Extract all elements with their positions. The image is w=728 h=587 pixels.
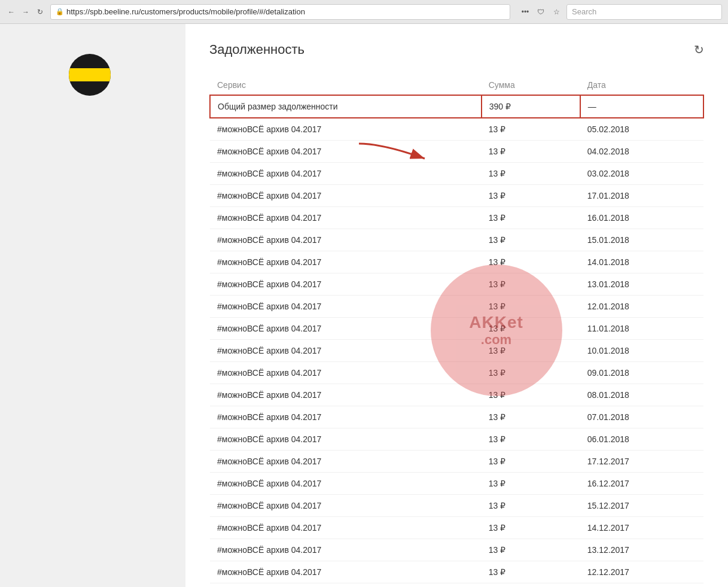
total-service: Общий размер задолженности <box>210 95 482 118</box>
cell-date: 16.12.2017 <box>580 473 703 495</box>
lock-icon: 🔒 <box>56 8 64 16</box>
cell-date: 10.01.2018 <box>580 340 703 362</box>
menu-dots-icon[interactable]: ••• <box>520 7 531 17</box>
cell-service: #можноВСЁ архив 04.2017 <box>210 296 482 318</box>
main-content: Задолженность ↻ AKKet .com Сервис <box>185 24 728 587</box>
table-row: #можноВСЁ архив 04.201713 ₽14.01.2018 <box>210 251 703 273</box>
table-row: #можноВСЁ архив 04.201713 ₽11.12.2017 <box>210 583 703 588</box>
table-row: #можноВСЁ архив 04.201713 ₽15.01.2018 <box>210 229 703 251</box>
cell-amount: 13 ₽ <box>482 583 580 588</box>
cell-amount: 13 ₽ <box>482 118 580 141</box>
cell-amount: 13 ₽ <box>482 318 580 340</box>
cell-date: 04.02.2018 <box>580 141 703 163</box>
cell-service: #можноВСЁ архив 04.2017 <box>210 340 482 362</box>
cell-amount: 13 ₽ <box>482 473 580 495</box>
cell-date: 11.01.2018 <box>580 318 703 340</box>
table-row: #можноВСЁ архив 04.201713 ₽07.01.2018 <box>210 406 703 428</box>
cell-date: 14.01.2018 <box>580 251 703 273</box>
cell-amount: 13 ₽ <box>482 539 580 561</box>
cell-service: #можноВСЁ архив 04.2017 <box>210 185 482 207</box>
cell-date: 12.12.2017 <box>580 561 703 583</box>
search-bar[interactable]: Search <box>566 4 722 20</box>
cell-amount: 13 ₽ <box>482 141 580 163</box>
browser-menu: ••• 🛡 ☆ <box>520 7 562 17</box>
table-row: #можноВСЁ архив 04.201713 ₽17.01.2018 <box>210 185 703 207</box>
cell-service: #можноВСЁ архив 04.2017 <box>210 517 482 539</box>
cell-date: 11.12.2017 <box>580 583 703 588</box>
cell-service: #можноВСЁ архив 04.2017 <box>210 163 482 185</box>
cell-service: #можноВСЁ архив 04.2017 <box>210 473 482 495</box>
cell-amount: 13 ₽ <box>482 185 580 207</box>
address-bar[interactable]: 🔒 https://spb.beeline.ru/customers/produ… <box>50 4 510 20</box>
cell-service: #можноВСЁ архив 04.2017 <box>210 207 482 229</box>
reload-icon[interactable]: ↻ <box>35 7 45 17</box>
page-header: Задолженность ↻ <box>209 42 704 57</box>
sidebar <box>0 24 185 587</box>
table-row: #можноВСЁ архив 04.201713 ₽16.01.2018 <box>210 207 703 229</box>
table-row: #можноВСЁ архив 04.201713 ₽04.02.2018 <box>210 141 703 163</box>
table-row: #можноВСЁ архив 04.201713 ₽15.12.2017 <box>210 495 703 517</box>
cell-date: 12.01.2018 <box>580 296 703 318</box>
cell-date: 08.01.2018 <box>580 384 703 406</box>
forward-icon[interactable]: → <box>20 7 31 17</box>
cell-amount: 13 ₽ <box>482 428 580 451</box>
cell-service: #можноВСЁ архив 04.2017 <box>210 318 482 340</box>
page-layout: Задолженность ↻ AKKet .com Сервис <box>0 24 728 587</box>
cell-date: 14.12.2017 <box>580 517 703 539</box>
table-row: #можноВСЁ архив 04.201713 ₽12.12.2017 <box>210 561 703 583</box>
cell-date: 07.01.2018 <box>580 406 703 428</box>
table-head: Сервис Сумма Дата <box>210 75 703 95</box>
cell-date: 06.01.2018 <box>580 428 703 451</box>
table-body: Общий размер задолженности 390 ₽ — #можн… <box>210 95 703 587</box>
beeline-logo <box>69 54 111 96</box>
cell-service: #можноВСЁ архив 04.2017 <box>210 229 482 251</box>
total-date: — <box>580 95 703 118</box>
col-header-service: Сервис <box>210 75 482 95</box>
browser-chrome: ← → ↻ 🔒 https://spb.beeline.ru/customers… <box>0 0 728 24</box>
table-row: #можноВСЁ архив 04.201713 ₽12.01.2018 <box>210 296 703 318</box>
back-icon[interactable]: ← <box>6 7 17 17</box>
cell-date: 15.12.2017 <box>580 495 703 517</box>
table-row: #можноВСЁ архив 04.201713 ₽16.12.2017 <box>210 473 703 495</box>
cell-amount: 13 ₽ <box>482 451 580 473</box>
cell-date: 15.01.2018 <box>580 229 703 251</box>
url-text: https://spb.beeline.ru/customers/product… <box>66 7 305 16</box>
table-row: #можноВСЁ архив 04.201713 ₽11.01.2018 <box>210 318 703 340</box>
search-placeholder: Search <box>572 7 596 16</box>
beeline-stripe <box>69 68 111 81</box>
cell-amount: 13 ₽ <box>482 561 580 583</box>
table-row: #можноВСЁ архив 04.201713 ₽13.01.2018 <box>210 273 703 296</box>
star-icon[interactable]: ☆ <box>551 7 562 17</box>
cell-amount: 13 ₽ <box>482 362 580 384</box>
cell-date: 05.02.2018 <box>580 118 703 141</box>
cell-service: #можноВСЁ архив 04.2017 <box>210 406 482 428</box>
cell-date: 13.12.2017 <box>580 539 703 561</box>
total-row: Общий размер задолженности 390 ₽ — <box>210 95 703 118</box>
cell-amount: 13 ₽ <box>482 406 580 428</box>
cell-date: 13.01.2018 <box>580 273 703 296</box>
browser-nav-controls: ← → ↻ <box>6 7 45 17</box>
col-header-amount: Сумма <box>482 75 580 95</box>
table-row: #можноВСЁ архив 04.201713 ₽06.01.2018 <box>210 428 703 451</box>
cell-amount: 13 ₽ <box>482 340 580 362</box>
cell-date: 17.12.2017 <box>580 451 703 473</box>
cell-amount: 13 ₽ <box>482 495 580 517</box>
table-row: #можноВСЁ архив 04.201713 ₽08.01.2018 <box>210 384 703 406</box>
cell-service: #можноВСЁ архив 04.2017 <box>210 451 482 473</box>
cell-amount: 13 ₽ <box>482 229 580 251</box>
cell-date: 03.02.2018 <box>580 163 703 185</box>
shield-icon[interactable]: 🛡 <box>535 7 546 17</box>
cell-service: #можноВСЁ архив 04.2017 <box>210 362 482 384</box>
table-row: #можноВСЁ архив 04.201713 ₽09.01.2018 <box>210 362 703 384</box>
cell-service: #можноВСЁ архив 04.2017 <box>210 428 482 451</box>
data-table: Сервис Сумма Дата Общий размер задолженн… <box>209 75 704 587</box>
cell-amount: 13 ₽ <box>482 251 580 273</box>
cell-service: #можноВСЁ архив 04.2017 <box>210 118 482 141</box>
cell-amount: 13 ₽ <box>482 163 580 185</box>
col-header-date: Дата <box>580 75 703 95</box>
refresh-icon[interactable]: ↻ <box>694 42 704 57</box>
cell-amount: 13 ₽ <box>482 517 580 539</box>
cell-service: #можноВСЁ архив 04.2017 <box>210 251 482 273</box>
logo-container <box>69 54 117 102</box>
cell-amount: 13 ₽ <box>482 296 580 318</box>
